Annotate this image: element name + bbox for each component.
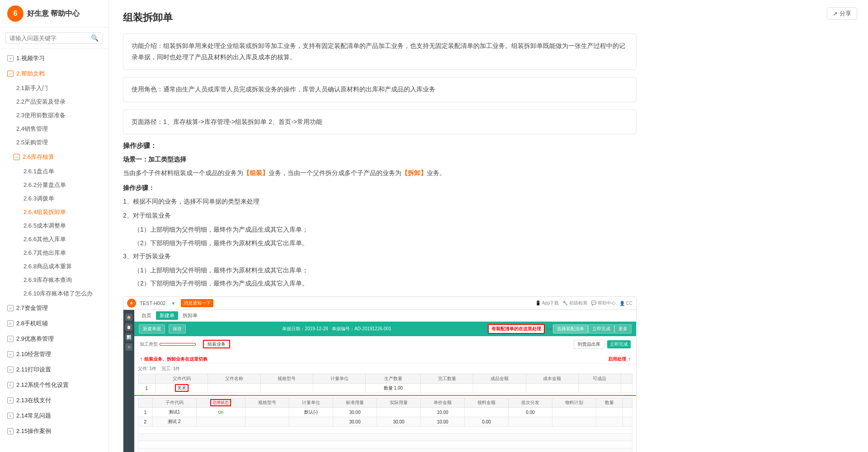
annotation3-label: 启用处理 ↑ (608, 356, 631, 362)
sidebar-item-coupon[interactable]: + 2.9优惠券管理 (0, 331, 108, 347)
sidebar-item-stocktake[interactable]: 2.6.1盘点单 (0, 165, 108, 178)
scenario-desc: 当由多个子件材料组装成一个成品的业务为【组装】业务，当由一个父件拆分成多个子产品… (123, 167, 637, 179)
col-parent-name: 父件名称 (208, 374, 260, 384)
sidebar-item-operations[interactable]: + 2.10经营管理 (0, 347, 108, 362)
erp-btn-select-bom[interactable]: 选择装配清单 (553, 324, 588, 333)
sidebar-item-beginner[interactable]: 2.1新手入门 (0, 81, 108, 95)
sidebar-item-data-prep[interactable]: 2.3使用前数据准备 (0, 109, 108, 122)
sidebar-group-label: 2.14常见问题 (16, 412, 51, 420)
intro-block-1: 功能介绍：组装拆卸单用来处理企业组装或拆卸等加工业务，支持有固定装配清单的产品加… (123, 33, 637, 70)
expand-icon: + (7, 351, 14, 357)
erp-company-id: TEST-H002 (140, 300, 165, 306)
erp-form-row1: 加工类型 组装业务 (140, 340, 631, 349)
annotation-area-1: 有装配清单的在这里处理 → 选择装配清单 立即完成 更多 (488, 324, 632, 334)
erp-tab-new[interactable]: 新建单 (156, 311, 178, 320)
erp-parent-table: 父件代码 父件名称 规格型号 计量单位 生产数量 完工数量 成品金额 成本金额 (138, 374, 632, 393)
erp-content: 自页 新建单 拆卸单 新建单据 保存 单据日期：2019-12-28 单据编号： (134, 310, 636, 452)
sidebar-item-print[interactable]: + 2.11打印设置 (0, 362, 108, 377)
expand-icon: + (7, 336, 14, 342)
sidebar-item-cost-recalc[interactable]: 2.6.8商品成本重算 (0, 260, 108, 273)
erp-field-type-label: 加工类型 (140, 341, 158, 347)
scenario-title: 场景一：加工类型选择 (123, 156, 637, 164)
erp-tab-home[interactable]: 自页 (138, 311, 155, 320)
erp-tab-detail[interactable]: 拆卸单 (179, 311, 201, 320)
annotation2-label: ↑ 组装业务、拆卸业务在这里切换 (140, 356, 208, 362)
sidebar-item-other-out[interactable]: 2.6.7其他出库单 (0, 246, 108, 260)
sidebar-group-label: 2.帮助文档 (16, 70, 45, 78)
sidebar-item-sales[interactable]: 2.4销售管理 (0, 122, 108, 136)
sidebar-item-faq[interactable]: + 2.14常见问题 (0, 408, 108, 423)
step2: 2、对于组装业务 (123, 210, 637, 221)
erp-field-type: 加工类型 (140, 341, 196, 347)
sidebar-item-video[interactable]: + 1.视频学习 (0, 51, 108, 66)
col-spec: 规格型号 (260, 374, 313, 384)
erp-topbar: 6 TEST-H002 ▼ 消息通知一下 📱 App下载 🔧 初级检测 💬 帮助… (123, 297, 636, 310)
sidebar-group-label: 2.11打印设置 (16, 366, 51, 374)
intro-block-3: 页面路径：1、库存核算->库存管理->组装拆卸单 2、首页->常用功能 (123, 109, 637, 134)
share-icon: ↗ (833, 10, 838, 17)
annotation2-container: 组装业务 (203, 341, 230, 347)
sidebar-group-label: 2.6库存核算 (23, 153, 54, 161)
erp-sidebar-chart: 📊 (125, 333, 132, 341)
sidebar-item-custom[interactable]: + 2.12系统个性化设置 (0, 377, 108, 393)
expand-icon: + (7, 413, 14, 419)
erp-btn-new[interactable]: 新建单据 (139, 324, 165, 333)
expand-icon: + (7, 397, 14, 404)
sidebar-item-finance[interactable]: + 2.7资金管理 (0, 300, 108, 316)
sidebar-item-assembly[interactable]: 2.6.4组装拆卸单 (0, 205, 108, 219)
erp-btn-confirm[interactable]: 立即完成 (588, 324, 614, 333)
share-button[interactable]: ↗ 分享 (827, 7, 857, 20)
erp-annotations-row: ↑ 组装业务、拆卸业务在这里切换 启用处理 ↑ (134, 355, 636, 364)
erp-nav-tabs: 自页 新建单 拆卸单 (134, 310, 636, 322)
erp-left-sidebar: 🏠 📋 📊 ⚙ (123, 310, 134, 452)
expand-icon: + (7, 428, 14, 434)
col-seq (138, 374, 156, 384)
sidebar-item-inventory[interactable]: − 2.6库存核算 (0, 149, 108, 165)
steps-title: 操作步骤： (123, 142, 637, 150)
erp-type-display: 组装业务 (203, 340, 230, 348)
erp-btn-more[interactable]: 更多 (614, 324, 632, 333)
erp-child-table: 子件代码 启用状态 规格型号 计量单位 标准用量 实际用量 单价金额 领料金额 (138, 398, 632, 452)
nav-section: + 1.视频学习 − 2.帮助文档 2.1新手入门 2.2产品安装及登录 2.3… (0, 49, 108, 441)
annotation3-area: 到货品出库 立即完成 (574, 340, 631, 349)
table-row (138, 434, 632, 441)
sidebar-item-partial-stocktake[interactable]: 2.6.2分量盘点单 (0, 178, 108, 192)
content-area: 组装拆卸单 功能介绍：组装拆卸单用来处理企业组装或拆卸等加工业务，支持有固定装配… (108, 0, 651, 452)
erp-btn-save[interactable]: 保存 (169, 324, 186, 333)
step3: 3、对于拆装业务 (123, 251, 637, 262)
expand-icon: + (7, 305, 14, 311)
logo-text: 好生意 帮助中心 (27, 9, 80, 19)
sidebar-item-docs[interactable]: − 2.帮助文档 (0, 66, 108, 81)
col-product-amount: 成品金额 (473, 374, 526, 384)
logo-icon: 6 (7, 5, 24, 22)
expand-icon: + (7, 366, 14, 373)
sidebar-group-label: 2.12系统个性化设置 (16, 381, 69, 389)
erp-screenshot: 6 TEST-H002 ▼ 消息通知一下 📱 App下载 🔧 初级检测 💬 帮助… (123, 296, 637, 452)
sidebar: 6 好生意 帮助中心 🔍 + 1.视频学习 − 2.帮助文档 2.1新手入门 2… (0, 0, 108, 452)
step2-sub2: （2）下部明细为子件明细，最终作为原材料生成其它出库单。 (134, 238, 637, 249)
erp-warehouse-field[interactable]: 到货品出库 (574, 340, 604, 349)
sidebar-item-other-in[interactable]: 2.6.6其他入库单 (0, 233, 108, 246)
erp-field-type-value[interactable] (160, 343, 196, 346)
sidebar-item-transfer[interactable]: 2.6.3调拨单 (0, 192, 108, 205)
sidebar-item-inventory-ledger[interactable]: 2.6.9库存账本查询 (0, 273, 108, 287)
sidebar-item-online-pay[interactable]: + 2.13在线支付 (0, 393, 108, 408)
sidebar-item-ledger-error[interactable]: 2.6.10库存账本错了怎么办 (0, 287, 108, 300)
erp-confirm-btn[interactable]: 立即完成 (607, 340, 631, 348)
col-unit: 计量单位 (313, 374, 366, 384)
sidebar-item-cost-adjust[interactable]: 2.6.5成本调整单 (0, 219, 108, 233)
intro-block-2: 使用角色：通常由生产人员或库管人员完成拆装业务的操作，库管人员确认原材料的出库和… (123, 77, 637, 102)
sidebar-item-install[interactable]: 2.2产品安装及登录 (0, 95, 108, 109)
search-input[interactable] (9, 35, 91, 42)
expand-icon: + (7, 55, 14, 62)
sidebar-item-mobile[interactable]: + 2.8手机旺辅 (0, 316, 108, 331)
table-row (138, 448, 632, 452)
sidebar-item-cases[interactable]: + 2.15操作案例 (0, 423, 108, 439)
expand-icon: + (7, 320, 14, 327)
table-row: 1 关木 数量 1.00 (138, 384, 632, 393)
search-icon[interactable]: 🔍 (91, 34, 99, 42)
step2-sub1: （1）上部明细为父件明细，最终作为产成品生成其它入库单； (134, 224, 637, 235)
search-area: 🔍 (0, 28, 108, 49)
sidebar-item-purchase[interactable]: 2.5采购管理 (0, 136, 108, 149)
col-available: 可成品 (579, 374, 621, 384)
